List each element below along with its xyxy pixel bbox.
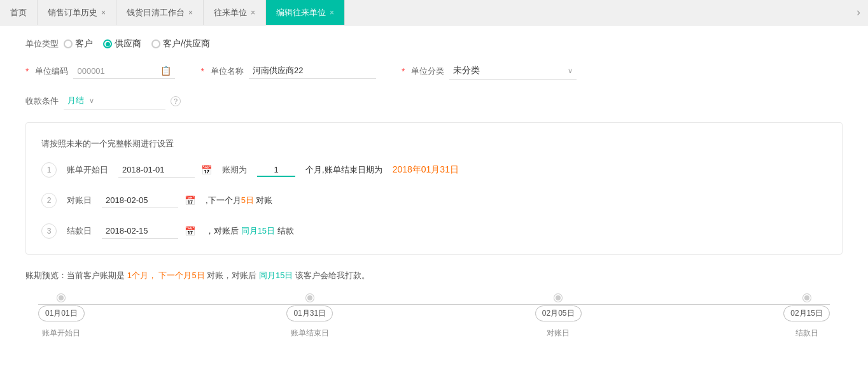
unit-type-field: 单位类型 客户 供应商 客户/供应商: [25, 38, 210, 50]
preview-after: 对账，对账后: [207, 271, 259, 280]
unit-type-row: 单位类型 客户 供应商 客户/供应商: [25, 38, 843, 50]
timeline-badge-end: 01月31日: [286, 306, 333, 321]
close-sales-history-icon[interactable]: ×: [101, 8, 106, 17]
payment-terms-value: 月结: [67, 95, 84, 106]
timeline-label-payment: 结款日: [795, 328, 818, 339]
reconcile-day: 5日: [241, 195, 254, 205]
unit-category-arrow: ∨: [568, 67, 573, 75]
unit-code-input[interactable]: [77, 66, 158, 76]
settings-card: 请按照未来的一个完整帐期进行设置 1 账单开始日 📅 账期为 个月,账单结束日期…: [25, 122, 843, 255]
tab-partners-label: 往来单位: [214, 7, 247, 18]
period-input[interactable]: [257, 164, 295, 177]
radio-customer-label: 客户: [75, 38, 93, 50]
timeline-items: 01月01日 账单开始日 01月31日 账单结束日 02月05日 对账日 02月…: [38, 294, 830, 339]
payment-date-input[interactable]: [102, 223, 178, 239]
setting-row-1: 1 账单开始日 📅 账期为 个月,账单结束日期为 2018年01月31日: [41, 162, 827, 178]
radio-group: 客户 供应商 客户/供应商: [64, 38, 210, 50]
row-num-1: 1: [41, 162, 57, 178]
reconcile-date-input[interactable]: [102, 193, 178, 208]
setting-row-2: 2 对账日 📅 ,下一个月5日 对账: [41, 193, 827, 208]
unit-name-input[interactable]: [249, 64, 376, 79]
radio-supplier[interactable]: 供应商: [103, 38, 141, 50]
tab-partners[interactable]: 往来单位 ×: [204, 0, 266, 25]
start-date-calendar-icon[interactable]: 📅: [201, 165, 212, 175]
timeline-badge-payment: 02月15日: [783, 306, 830, 321]
radio-both[interactable]: 客户/供应商: [151, 38, 210, 50]
timeline-end: 01月31日 账单结束日: [286, 294, 333, 339]
unit-category-field: * 单位分类 未分类 ∨: [402, 62, 577, 80]
period-label: 账期为: [222, 164, 247, 176]
preview-highlight1: 1个月，: [127, 271, 157, 280]
tab-sales-history-label: 销售订单历史: [48, 7, 97, 18]
unit-type-label: 单位类型: [25, 38, 59, 50]
payment-terms-select[interactable]: 月结 ∨: [64, 92, 165, 109]
row-num-2: 2: [41, 193, 57, 208]
tab-sales-history[interactable]: 销售订单历史 ×: [38, 0, 116, 25]
timeline-start: 01月01日 账单开始日: [38, 294, 85, 339]
close-edit-partner-icon[interactable]: ×: [330, 8, 334, 17]
timeline: 01月01日 账单开始日 01月31日 账单结束日 02月05日 对账日 02月…: [25, 294, 843, 339]
radio-both-label: 客户/供应商: [163, 38, 210, 50]
unit-category-value: 未分类: [453, 65, 480, 76]
radio-supplier-label: 供应商: [115, 38, 141, 50]
radio-customer[interactable]: 客户: [64, 38, 93, 50]
payment-suffix: ，对账后 同月15日 结款: [206, 225, 294, 237]
timeline-payment: 02月15日 结款日: [783, 294, 830, 339]
tab-home[interactable]: 首页: [0, 0, 38, 25]
payment-terms-row: 收款条件 月结 ∨ ?: [25, 92, 843, 109]
period-end: 2018年01月31日: [393, 164, 459, 176]
tab-home-label: 首页: [10, 7, 27, 18]
help-icon[interactable]: ?: [171, 96, 181, 106]
tab-more-button[interactable]: ›: [849, 6, 868, 19]
preview-prefix: 账期预览：当前客户账期是: [25, 271, 127, 280]
tab-cash-work-label: 钱货日清工作台: [127, 7, 185, 18]
unit-code-label: 单位编码: [35, 66, 68, 77]
unit-code-input-wrapper: 📋: [73, 63, 175, 79]
preview-text: 账期预览：当前客户账期是 1个月， 下一个月5日 对账，对账后 同月15日 该客…: [25, 270, 843, 281]
unit-code-field: * 单位编码 📋: [25, 63, 175, 79]
reconcile-date-calendar-icon[interactable]: 📅: [185, 195, 195, 206]
timeline-badge-start: 01月01日: [38, 306, 85, 321]
date-row-3: 📅: [102, 223, 195, 239]
tab-edit-partner-label: 编辑往来单位: [276, 7, 326, 18]
close-partners-icon[interactable]: ×: [251, 8, 255, 17]
unit-category-select[interactable]: 未分类 ∨: [449, 62, 577, 80]
timeline-dot-payment: [803, 294, 811, 302]
card-title: 请按照未来的一个完整帐期进行设置: [41, 138, 827, 150]
unit-code-icon[interactable]: 📋: [160, 66, 171, 76]
payment-date-calendar-icon[interactable]: 📅: [185, 226, 195, 236]
timeline-label-end: 账单结束日: [291, 328, 329, 339]
radio-supplier-circle: [103, 39, 112, 48]
preview-end: 该客户会给我打款。: [295, 271, 370, 280]
tab-bar: 首页 销售订单历史 × 钱货日清工作台 × 往来单位 × 编辑往来单位 × ›: [0, 0, 868, 25]
start-date-input[interactable]: [118, 162, 195, 178]
unit-name-field: * 单位名称: [200, 64, 375, 79]
radio-customer-circle: [64, 39, 73, 48]
unit-name-label: 单位名称: [211, 66, 244, 77]
tab-cash-work[interactable]: 钱货日清工作台 ×: [116, 0, 204, 25]
timeline-badge-reconcile: 02月05日: [535, 306, 582, 321]
preview-section: 账期预览：当前客户账期是 1个月， 下一个月5日 对账，对账后 同月15日 该客…: [25, 260, 843, 339]
period-unit: 个月,账单结束日期为: [305, 164, 382, 176]
row-num-3: 3: [41, 223, 57, 239]
payment-day: 同月15日: [241, 226, 275, 236]
timeline-reconcile: 02月05日 对账日: [535, 294, 582, 339]
unit-category-label: 单位分类: [411, 66, 444, 77]
reconcile-suffix: ,下一个月5日 对账: [206, 195, 272, 206]
row-label-1: 账单开始日: [67, 164, 108, 176]
preview-highlight3: 同月15日: [259, 271, 293, 280]
tab-edit-partner[interactable]: 编辑往来单位 ×: [266, 0, 345, 25]
payment-terms-label: 收款条件: [25, 95, 59, 107]
timeline-dot-end: [306, 294, 314, 302]
main-content: 单位类型 客户 供应商 客户/供应商 * 单位编码: [0, 25, 868, 387]
setting-row-3: 3 结款日 📅 ，对账后 同月15日 结款: [41, 223, 827, 239]
radio-both-circle: [151, 39, 160, 48]
payment-terms-field: 收款条件 月结 ∨ ?: [25, 92, 181, 109]
timeline-label-start: 账单开始日: [42, 328, 80, 339]
date-row-2: 📅: [102, 193, 195, 208]
code-name-category-row: * 单位编码 📋 * 单位名称 * 单位分类 未分类 ∨: [25, 62, 843, 80]
row-label-3: 结款日: [67, 225, 92, 237]
date-row-1: 📅: [118, 162, 212, 178]
timeline-label-reconcile: 对账日: [547, 328, 570, 339]
close-cash-work-icon[interactable]: ×: [188, 8, 193, 17]
